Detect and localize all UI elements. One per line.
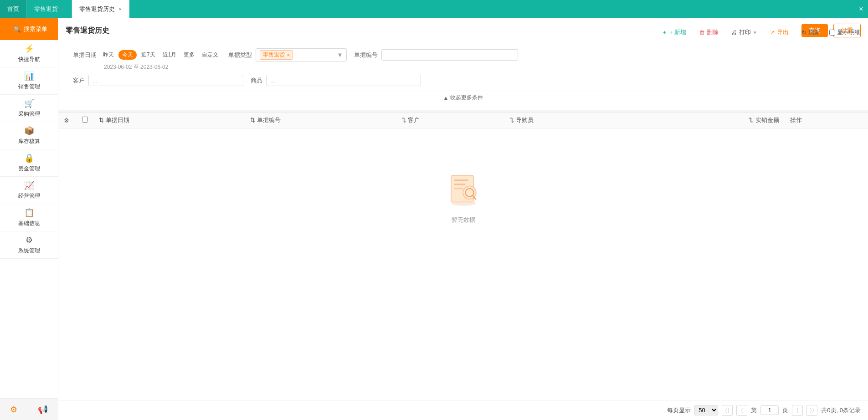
tab-retail-return-history-close[interactable]: × — [118, 6, 121, 12]
sidebar-item-finance-label: 资金管理 — [18, 165, 40, 173]
goods-input[interactable] — [266, 75, 421, 86]
sidebar-item-purchase-mgmt[interactable]: 🛒 采购管理 — [0, 95, 58, 122]
data-table: ⚙ ⇅ 单据日期 ⇅ 单据编号 ⇅ 客户 — [58, 112, 868, 261]
new-label: + 新增 — [669, 28, 686, 36]
sidebar-search[interactable]: 🔍 搜索菜单 — [0, 18, 58, 40]
new-button[interactable]: ＋ + 新增 — [658, 26, 690, 38]
empty-text: 暂无数据 — [452, 216, 475, 224]
print-button[interactable]: 🖨 打印 ▼ — [728, 26, 761, 38]
tabs-container: 首页 零售退货 × 零售退货历史 × — [0, 0, 854, 18]
date-filter-item: 单据日期 昨天 今天 近7天 近1月 更多 自定义 — [73, 50, 221, 60]
date-range-display: 2023-06-02 至 2023-06-02 — [104, 63, 853, 71]
print-label: 打印 — [739, 28, 751, 36]
total-info: 共0页, 0条记录 — [821, 406, 861, 415]
tab-retail-return-history-label: 零售退货历史 — [79, 5, 115, 13]
refresh-button[interactable]: ↻ 刷新 — [798, 26, 824, 38]
page-input[interactable] — [760, 405, 779, 415]
shortcut-more[interactable]: 更多 — [181, 50, 197, 60]
th-customer: ⇅ 客户 — [396, 113, 504, 128]
refresh-label: 刷新 — [808, 28, 820, 36]
collapse-bar[interactable]: ▲ 收起更多条件 — [73, 91, 853, 104]
voucher-type-tag-remove[interactable]: × — [287, 52, 290, 58]
voucher-no-input[interactable] — [381, 49, 518, 61]
shortcut-custom[interactable]: 自定义 — [199, 50, 221, 60]
sidebar-item-purchase-mgmt-label: 采购管理 — [18, 110, 40, 118]
tab-home[interactable]: 首页 — [0, 0, 27, 18]
tab-retail-return-history[interactable]: 零售退货历史 × — [72, 0, 129, 18]
sidebar-item-basic-info[interactable]: 📋 基础信息 — [0, 204, 58, 231]
th-customer-label: ⇅ 客户 — [401, 117, 420, 123]
th-voucher-no-label: ⇅ 单据编号 — [250, 117, 281, 123]
empty-state: 暂无数据 — [58, 128, 868, 261]
window-close-button[interactable]: × — [854, 0, 868, 18]
shortcut-1month[interactable]: 近1月 — [160, 50, 180, 60]
th-amount-label: ⇅ 实销金额 — [749, 117, 779, 123]
voucher-type-arrow-icon: ▼ — [337, 51, 343, 58]
prev-page-button[interactable]: ⟨ — [736, 405, 747, 416]
sidebar-item-finance[interactable]: 🔒 资金管理 — [0, 149, 58, 177]
page-header: 零售退货历史 查询 设置 ＋ + 新增 🗑 删除 — [58, 18, 868, 110]
collapse-up-icon: ▲ — [443, 95, 449, 101]
sales-mgmt-icon: 📊 — [24, 71, 34, 81]
empty-cell: 暂无数据 — [58, 128, 868, 261]
system-mgmt-icon: ⚙ — [26, 235, 33, 245]
last-page-button[interactable]: ⟩⟩ — [806, 405, 817, 416]
sidebar-item-system-mgmt[interactable]: ⚙ 系统管理 — [0, 231, 58, 259]
sidebar-search-label: 搜索菜单 — [24, 25, 47, 33]
collapse-label: 收起更多条件 — [450, 94, 483, 102]
print-icon: 🖨 — [731, 29, 737, 36]
sidebar-item-operation[interactable]: 📈 经营管理 — [0, 177, 58, 204]
sidebar-item-quick-nav[interactable]: ⚡ 快捷导航 — [0, 40, 58, 67]
date-shortcuts: 昨天 今天 近7天 近1月 更多 自定义 — [100, 50, 221, 60]
export-label: 导出 — [777, 28, 789, 36]
shortcut-yesterday[interactable]: 昨天 — [100, 50, 117, 60]
purchase-mgmt-icon: 🛒 — [24, 98, 34, 108]
table-wrapper: ⚙ ⇅ 单据日期 ⇅ 单据编号 ⇅ 客户 — [58, 112, 868, 400]
th-actions-label: 操作 — [790, 117, 802, 123]
th-guide: ⇅ 导购员 — [504, 113, 633, 128]
filter-area: 单据日期 昨天 今天 近7天 近1月 更多 自定义 单据类型 — [66, 43, 861, 110]
goods-filter-item: 商品 — [251, 75, 421, 86]
th-settings: ⚙ — [58, 113, 77, 128]
delete-button[interactable]: 🗑 删除 — [695, 26, 722, 38]
sidebar-item-sales-mgmt[interactable]: 📊 销售管理 — [0, 67, 58, 95]
tab-retail-return-close[interactable]: × — [62, 6, 64, 12]
export-icon: ↗ — [770, 29, 775, 36]
customer-filter-item: 客户 — [73, 75, 243, 86]
show-detail-input[interactable] — [829, 30, 835, 36]
shortcut-today[interactable]: 今天 — [118, 50, 137, 60]
select-all-checkbox[interactable] — [82, 117, 88, 123]
sidebar-item-inventory[interactable]: 📦 库存核算 — [0, 122, 58, 149]
show-detail-checkbox[interactable]: 显示明细 — [829, 28, 861, 36]
voucher-type-tag-text: 零售退货 — [263, 51, 285, 59]
th-guide-label: ⇅ 导购员 — [509, 117, 534, 123]
voucher-type-select[interactable]: 零售退货 × ▼ — [256, 48, 347, 61]
tab-retail-return[interactable]: 零售退货 × — [27, 0, 72, 18]
table-body: 暂无数据 — [58, 128, 868, 261]
page-label: 第 — [751, 406, 757, 415]
settings-icon[interactable]: ⚙ — [10, 405, 17, 415]
voucher-no-label: 单据编号 — [354, 51, 378, 59]
voucher-type-tag: 零售退货 × — [260, 50, 293, 60]
sidebar-item-system-mgmt-label: 系统管理 — [18, 247, 40, 255]
first-page-button[interactable]: ⟨⟨ — [722, 405, 733, 416]
sidebar-bottom: ⚙ 📢 — [0, 398, 58, 420]
per-page-select[interactable]: 10 20 50 100 — [694, 405, 718, 415]
delete-icon: 🗑 — [699, 29, 705, 36]
customer-input[interactable] — [88, 75, 243, 86]
shortcut-7days[interactable]: 近7天 — [139, 50, 158, 60]
voucher-type-filter-item: 单据类型 零售退货 × ▼ — [228, 48, 347, 61]
operation-icon: 📈 — [24, 180, 34, 190]
th-amount: ⇅ 实销金额 — [633, 113, 785, 128]
tab-retail-return-label: 零售退货 — [34, 5, 58, 13]
next-page-button[interactable]: ⟩ — [792, 405, 803, 416]
export-button[interactable]: ↗ 导出 — [766, 26, 792, 38]
th-date: ⇅ 单据日期 — [93, 113, 245, 128]
empty-row: 暂无数据 — [58, 128, 868, 261]
table-settings-icon[interactable]: ⚙ — [64, 117, 69, 124]
finance-icon: 🔒 — [24, 153, 34, 163]
sidebar-item-operation-label: 经营管理 — [18, 192, 40, 200]
speaker-icon[interactable]: 📢 — [38, 405, 48, 415]
pagination: 每页显示 10 20 50 100 ⟨⟨ ⟨ 第 页 ⟩ ⟩⟩ 共0页, 0条记… — [58, 400, 868, 420]
th-date-label: ⇅ 单据日期 — [99, 117, 129, 123]
